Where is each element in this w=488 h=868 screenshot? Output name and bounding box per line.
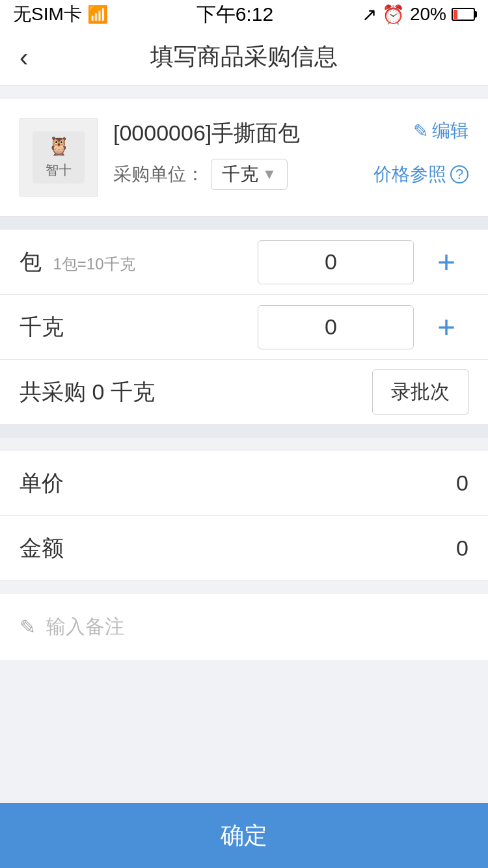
edit-icon: ✎ [413, 120, 428, 142]
product-card: 🦉智十 [0000006]手撕面包 ✎ 编辑 采购单位： 千克 ▼ 价格参照 ? [0, 99, 488, 217]
status-right: ↗ ⏰ 20% [362, 4, 475, 25]
unit-price-row: 单价 0 [0, 451, 488, 516]
bag-sublabel: 1包=10千克 [53, 255, 135, 273]
battery-icon [452, 8, 475, 21]
product-info: [0000006]手撕面包 ✎ 编辑 采购单位： 千克 ▼ 价格参照 ? [113, 118, 468, 190]
unit-price-label: 单价 [20, 468, 98, 498]
bag-input-row: 包 1包=10千克 + [0, 230, 488, 295]
help-icon: ? [450, 165, 468, 183]
status-left: 无SIM卡 📶 [13, 2, 108, 27]
price-ref-button[interactable]: 价格参照 ? [373, 162, 468, 187]
kg-label: 千克 [20, 312, 111, 342]
edit-label: 编辑 [432, 118, 468, 143]
price-section: 单价 0 金额 0 [0, 451, 488, 581]
nav-bar: ‹ 填写商品采购信息 [0, 29, 488, 86]
product-image: 🦉智十 [20, 118, 98, 197]
unit-price-value: 0 [98, 470, 468, 496]
edit-button[interactable]: ✎ 编辑 [413, 118, 468, 143]
kg-input[interactable] [258, 305, 414, 349]
product-logo: 🦉智十 [46, 135, 72, 179]
dropdown-icon: ▼ [262, 166, 277, 183]
product-name: [0000006]手撕面包 [113, 118, 300, 148]
unit-select[interactable]: 千克 ▼ [211, 159, 288, 190]
total-label: 共采购 0 千克 [20, 377, 372, 407]
wifi-icon: 📶 [87, 5, 108, 25]
amount-label: 金额 [20, 534, 98, 563]
pencil-icon: ✎ [20, 616, 36, 638]
section-separator-1 [0, 217, 488, 230]
kg-plus-button[interactable]: + [424, 305, 468, 349]
batch-button[interactable]: 录批次 [372, 369, 468, 415]
bag-label: 包 1包=10千克 [20, 247, 135, 277]
remark-placeholder: 输入备注 [46, 614, 124, 640]
section-separator-2 [0, 425, 488, 438]
bag-plus-button[interactable]: + [424, 240, 468, 284]
sim-text: 无SIM卡 [13, 2, 82, 27]
page-title: 填写商品采购信息 [150, 41, 338, 73]
status-bar: 无SIM卡 📶 下午6:12 ↗ ⏰ 20% [0, 0, 488, 29]
confirm-button[interactable]: 确定 [0, 803, 488, 868]
back-button[interactable]: ‹ [20, 44, 28, 70]
alarm-icon: ⏰ [382, 4, 405, 25]
unit-label: 采购单位： 千克 ▼ [113, 159, 288, 190]
kg-input-row: 千克 + [0, 295, 488, 360]
quantity-section: 包 1包=10千克 + 千克 + 共采购 0 千克 录批次 [0, 230, 488, 425]
battery-text: 20% [410, 4, 446, 25]
amount-value: 0 [98, 536, 468, 561]
time-text: 下午6:12 [197, 1, 273, 28]
total-row: 共采购 0 千克 录批次 [0, 360, 488, 425]
remark-section[interactable]: ✎ 输入备注 [0, 594, 488, 660]
amount-row: 金额 0 [0, 516, 488, 581]
location-icon: ↗ [362, 4, 377, 25]
bag-input[interactable] [258, 240, 414, 284]
